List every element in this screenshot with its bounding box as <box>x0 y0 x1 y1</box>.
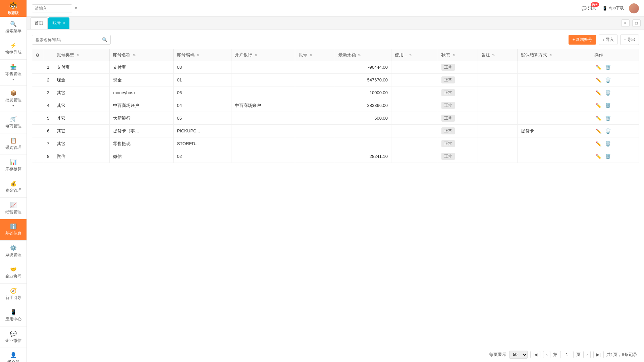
delete-button[interactable]: 🗑️ <box>604 89 612 96</box>
table-body: 1 支付宝 支付宝 03 -90444.00 正常 ✏️ 🗑️ 2 现金 现金 … <box>32 61 639 163</box>
sidebar-item-inventory[interactable]: 📊库存核算 <box>0 155 26 176</box>
sidebar-item-retail[interactable]: 🏪零售管理 ▾ <box>0 60 26 86</box>
delete-button[interactable]: 🗑️ <box>604 77 612 83</box>
message-button[interactable]: 💬 消息 99+ <box>580 4 597 12</box>
delete-button[interactable]: 🗑️ <box>604 115 612 122</box>
sidebar-item-search[interactable]: 🔍搜索菜单 <box>0 17 26 38</box>
status-badge: 正常 <box>441 140 455 147</box>
sidebar-item-wechat[interactable]: 💬企业微信 <box>0 326 26 348</box>
row-account-cell <box>295 137 335 150</box>
row-type-cell: 其它 <box>53 99 110 112</box>
edit-button[interactable]: ✏️ <box>594 77 603 83</box>
row-code-cell: 04 <box>173 99 231 112</box>
th-code[interactable]: 账号编码 ⇅ <box>173 49 231 61</box>
sidebar-label-search: 搜索菜单 <box>2 28 25 34</box>
row-bank-cell <box>231 125 295 137</box>
th-remark[interactable]: 备注 ⇅ <box>478 49 517 61</box>
sidebar-item-ecom[interactable]: 🛒电商管理 <box>0 112 26 133</box>
sidebar-label-wechat: 企业微信 <box>2 338 25 344</box>
topbar-search-input[interactable] <box>32 4 72 12</box>
row-name-cell: 支付宝 <box>110 61 173 74</box>
row-bank-cell <box>231 137 295 150</box>
th-type[interactable]: 账号类型 ⇅ <box>53 49 110 61</box>
search-button[interactable]: 🔍 <box>99 35 110 44</box>
last-page-button[interactable]: ▶| <box>593 351 603 358</box>
row-balance-cell: 10000.00 <box>335 86 391 99</box>
page-size-label: 每页显示 <box>489 352 506 358</box>
th-bank[interactable]: 开户银行 ⇅ <box>231 49 295 61</box>
tab-account[interactable]: 账号 × <box>48 17 69 29</box>
sidebar-item-member[interactable]: 👤畅会员 <box>0 348 26 362</box>
edit-button[interactable]: ✏️ <box>594 140 603 147</box>
tab-bar-actions: × □ <box>621 19 641 27</box>
app-download-icon: 📱 <box>602 6 607 11</box>
row-bank-cell <box>231 74 295 86</box>
sidebar-label-apps: 应用中心 <box>2 316 25 322</box>
th-status[interactable]: 状态 ⇅ <box>438 49 478 61</box>
export-label: 导出 <box>627 37 635 43</box>
table-header: ⚙ 账号类型 ⇅ 账号名称 ⇅ 账号编码 ⇅ 开户银行 ⇅ 账号 ⇅ 最新余额 … <box>32 49 639 61</box>
app-download-button[interactable]: 📱 App下载 <box>602 5 624 11</box>
add-account-button[interactable]: + 新增账号 <box>569 35 596 45</box>
tab-minimize-button[interactable]: × <box>621 19 630 27</box>
sidebar-icon-finance: 💰 <box>2 180 25 187</box>
delete-button[interactable]: 🗑️ <box>604 128 612 134</box>
delete-button[interactable]: 🗑️ <box>604 140 612 147</box>
edit-button[interactable]: ✏️ <box>594 102 603 109</box>
search-box: 🔍 <box>32 35 111 45</box>
delete-button[interactable]: 🗑️ <box>604 64 612 71</box>
sidebar-item-purchase[interactable]: 📋采购管理 <box>0 133 26 155</box>
row-settings-cell <box>32 150 43 163</box>
delete-button[interactable]: 🗑️ <box>604 153 612 160</box>
row-account-cell <box>295 112 335 125</box>
th-name[interactable]: 账号名称 ⇅ <box>110 49 173 61</box>
chevron-icon-retail: ▾ <box>12 78 14 81</box>
sidebar-item-basic[interactable]: ℹ️基础信息 <box>0 219 26 241</box>
edit-button[interactable]: ✏️ <box>594 153 603 160</box>
edit-button[interactable]: ✏️ <box>594 128 603 134</box>
sidebar-item-finance[interactable]: 💰资金管理 <box>0 176 26 198</box>
sidebar-label-purchase: 采购管理 <box>2 145 25 150</box>
delete-button[interactable]: 🗑️ <box>604 102 612 109</box>
tab-home-label: 首页 <box>35 20 43 26</box>
row-status-cell: 正常 <box>438 125 478 137</box>
search-input[interactable] <box>32 36 99 44</box>
sidebar-item-wholesale[interactable]: 📦批发管理 ▾ <box>0 86 26 112</box>
page-input[interactable] <box>560 351 574 358</box>
edit-button[interactable]: ✏️ <box>594 89 603 96</box>
row-usage-cell <box>391 112 438 125</box>
next-page-button[interactable]: › <box>583 351 591 358</box>
edit-button[interactable]: ✏️ <box>594 64 603 71</box>
sidebar-menu: 🔍搜索菜单⚡快捷导航🏪零售管理 ▾📦批发管理 ▾🛒电商管理📋采购管理📊库存核算💰… <box>0 17 26 362</box>
import-label: 导入 <box>606 37 614 43</box>
th-settings[interactable]: ⚙ <box>32 49 43 61</box>
prev-page-button[interactable]: ‹ <box>543 351 550 358</box>
th-account[interactable]: 账号 ⇅ <box>295 49 335 61</box>
row-remark-cell <box>478 137 517 150</box>
topbar-dropdown-icon[interactable]: ▼ <box>74 6 78 11</box>
th-balance[interactable]: 最新余额 ⇅ <box>335 49 391 61</box>
page-size-select[interactable]: 50 100 200 <box>509 351 528 359</box>
row-code-cell: PICKUPC... <box>173 125 231 137</box>
row-settings-cell <box>32 74 43 86</box>
tab-maximize-button[interactable]: □ <box>632 19 641 27</box>
sidebar-item-apps[interactable]: 📱应用中心 <box>0 305 26 326</box>
row-usage-cell <box>391 74 438 86</box>
row-settings-cell <box>32 86 43 99</box>
sidebar-item-system[interactable]: ⚙️系统管理 <box>0 241 26 262</box>
first-page-button[interactable]: |◀ <box>530 351 540 358</box>
th-default-pay[interactable]: 默认结算方式 ⇅ <box>518 49 591 61</box>
import-button[interactable]: ↓ 导入 <box>599 35 618 45</box>
tab-close-icon[interactable]: × <box>63 21 65 25</box>
sidebar-item-nav[interactable]: ⚡快捷导航 <box>0 38 26 60</box>
th-usage[interactable]: 使用... ⇅ <box>391 49 438 61</box>
tab-home[interactable]: 首页 <box>30 17 48 29</box>
sidebar-item-business[interactable]: 📈经营管理 <box>0 198 26 219</box>
row-balance-cell <box>335 125 391 137</box>
page-content: 🔍 + 新增账号 ↓ 导入 ↑ 导出 ⚙ 账号类型 ⇅ <box>27 29 644 362</box>
sidebar-item-guide[interactable]: 🧭新手引导 <box>0 284 26 305</box>
user-avatar[interactable] <box>629 3 639 13</box>
export-button[interactable]: ↑ 导出 <box>620 35 639 45</box>
edit-button[interactable]: ✏️ <box>594 115 603 122</box>
sidebar-item-contract[interactable]: 🤝企业协同 <box>0 262 26 284</box>
